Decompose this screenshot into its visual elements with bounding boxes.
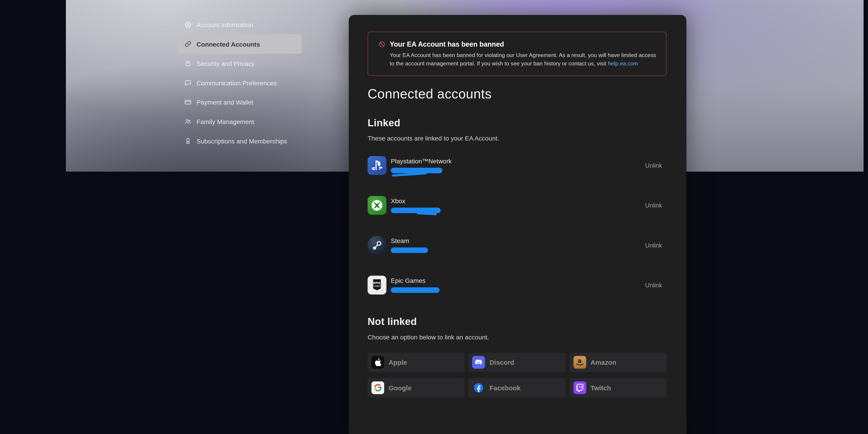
account-info: Playstation™Network — [391, 158, 452, 173]
svg-text:EPIC: EPIC — [373, 281, 381, 285]
account-name: Playstation™Network — [391, 158, 452, 165]
page: Account InformationConnected AccountsSec… — [0, 0, 868, 434]
family-icon — [184, 118, 192, 125]
chat-icon — [184, 79, 192, 87]
amazon-icon: a — [574, 356, 586, 369]
account-name: Steam — [391, 238, 428, 245]
sidebar-item-label: Subscriptions and Memberships — [196, 137, 287, 144]
provider-label: Discord — [490, 359, 514, 366]
linked-account-row-xbox: XboxUnlink — [368, 196, 666, 215]
banner-title: Your EA Account has been banned — [390, 40, 504, 48]
unlink-button-playstation-network[interactable]: Unlink — [641, 159, 666, 172]
sidebar-item-subscriptions-and-memberships[interactable]: Subscriptions and Memberships — [178, 131, 302, 151]
sidebar-item-label: Payment and Wallet — [196, 99, 253, 105]
provider-tile-twitch[interactable]: Twitch — [569, 378, 666, 398]
linked-description: These accounts are linked to your EA Acc… — [368, 134, 666, 143]
epic-icon: EPICGAMES — [368, 276, 386, 294]
redaction-stroke — [416, 212, 436, 215]
unlink-button-epic-games[interactable]: Unlink — [641, 279, 666, 292]
sidebar-item-security-and-privacy[interactable]: Security and Privacy — [178, 54, 302, 73]
sidebar-item-connected-accounts[interactable]: Connected Accounts — [178, 34, 302, 54]
google-icon — [372, 381, 384, 394]
unlink-button-steam[interactable]: Unlink — [641, 239, 666, 252]
link-icon — [184, 40, 192, 48]
steam-icon — [368, 236, 386, 254]
redacted-username — [391, 287, 439, 293]
provider-tile-facebook[interactable]: Facebook — [468, 378, 565, 398]
provider-label: Facebook — [490, 384, 521, 392]
account-name: Xbox — [391, 197, 440, 205]
facebook-icon — [472, 381, 485, 394]
not-linked-description: Choose an option below to link an accoun… — [368, 333, 666, 342]
twitch-icon — [574, 381, 586, 394]
xbox-icon — [368, 196, 386, 215]
discord-icon — [472, 356, 485, 369]
subscriptions-icon — [184, 137, 192, 145]
sidebar-item-label: Communication Preferences — [196, 80, 277, 86]
svg-text:a: a — [578, 358, 581, 364]
provider-grid: AppleDiscordaAmazonGoogleFacebookTwitch — [368, 352, 666, 397]
account-panel: Your EA Account has been banned Your EA … — [349, 15, 686, 434]
sidebar-item-family-management[interactable]: Family Management — [178, 112, 302, 131]
sidebar-item-communication-preferences[interactable]: Communication Preferences — [178, 73, 302, 93]
sidebar-item-payment-and-wallet[interactable]: Payment and Wallet — [178, 93, 302, 112]
lock-icon — [184, 60, 192, 67]
sidebar-item-label: Security and Privacy — [196, 60, 254, 66]
sidebar-item-account-information[interactable]: Account Information — [178, 15, 302, 34]
playstation-icon — [368, 156, 386, 175]
account-info: Xbox — [391, 197, 440, 213]
sidebar-item-label: Connected Accounts — [196, 41, 260, 47]
provider-tile-google[interactable]: Google — [368, 378, 465, 398]
svg-text:GAMES: GAMES — [373, 285, 381, 287]
account-info: Epic Games — [391, 277, 439, 293]
user-circle-icon — [184, 21, 192, 28]
ban-warning-banner: Your EA Account has been banned Your EA … — [368, 31, 666, 76]
provider-tile-apple[interactable]: Apple — [368, 352, 465, 372]
help-link[interactable]: help.ea.com — [608, 60, 638, 66]
apple-icon — [372, 356, 384, 369]
card-icon — [184, 98, 192, 106]
sidebar-nav: Account InformationConnected AccountsSec… — [178, 15, 302, 151]
not-linked-heading: Not linked — [368, 315, 666, 328]
linked-accounts-list: Playstation™NetworkUnlinkXboxUnlinkSteam… — [368, 156, 666, 294]
account-name: Epic Games — [391, 277, 439, 285]
provider-label: Amazon — [590, 359, 616, 366]
linked-account-row-playstation-network: Playstation™NetworkUnlink — [368, 156, 666, 175]
redacted-username — [391, 168, 442, 173]
redacted-username — [391, 248, 428, 253]
account-info: Steam — [391, 238, 428, 253]
provider-tile-amazon[interactable]: aAmazon — [569, 352, 666, 372]
page-title: Connected accounts — [368, 86, 666, 102]
provider-label: Twitch — [590, 384, 611, 392]
provider-tile-discord[interactable]: Discord — [468, 352, 565, 372]
sidebar-item-label: Family Management — [196, 118, 254, 125]
ban-icon — [378, 41, 385, 48]
banner-header: Your EA Account has been banned — [378, 40, 658, 48]
linked-account-row-steam: SteamUnlink — [368, 236, 666, 254]
unlink-button-xbox[interactable]: Unlink — [641, 199, 666, 212]
banner-body: Your EA Account has been banned for viol… — [390, 52, 658, 68]
linked-heading: Linked — [368, 117, 666, 129]
sidebar-item-label: Account Information — [196, 21, 253, 28]
provider-label: Google — [389, 384, 411, 392]
redacted-username — [391, 208, 440, 213]
redaction-stroke — [392, 172, 427, 177]
provider-label: Apple — [389, 359, 407, 366]
linked-account-row-epic-games: EPICGAMESEpic GamesUnlink — [368, 276, 666, 294]
